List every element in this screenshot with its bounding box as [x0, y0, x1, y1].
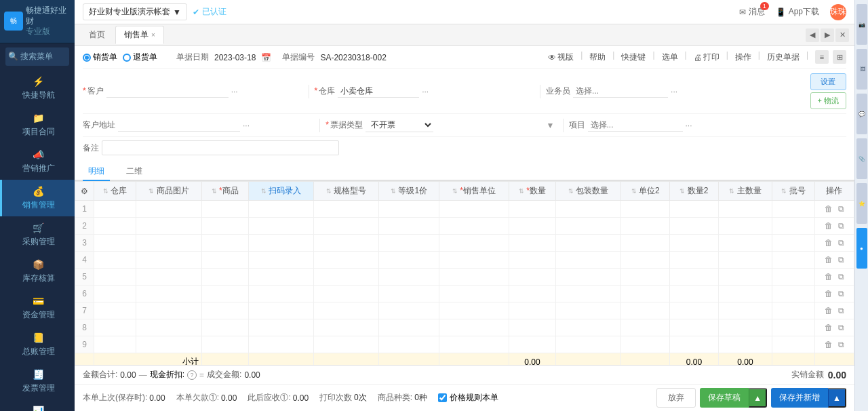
cell-main-qty[interactable] — [718, 286, 772, 302]
row-delete-btn[interactable]: 🗑 — [823, 271, 834, 282]
cell-spec[interactable] — [314, 201, 379, 218]
sidebar-item-inventory[interactable]: 📦 库存核算 — [0, 253, 75, 290]
row-copy-btn[interactable]: ⧉ — [837, 288, 846, 299]
cell-batch-import[interactable] — [248, 302, 313, 319]
row-delete-btn[interactable]: 🗑 — [823, 203, 834, 214]
address-input[interactable] — [118, 119, 240, 132]
price-check-input[interactable] — [438, 393, 447, 402]
cell-qty2[interactable] — [670, 201, 719, 218]
save-new-arrow-button[interactable]: ▲ — [828, 388, 846, 408]
cell-batch-import[interactable] — [248, 218, 313, 235]
cell-unit2[interactable] — [621, 336, 670, 353]
cell-image[interactable] — [136, 218, 201, 235]
salesperson-more-icon[interactable]: ··· — [668, 87, 680, 96]
row-copy-btn[interactable]: ⧉ — [837, 203, 846, 214]
cell-price1[interactable] — [379, 269, 439, 286]
cell-pack-qty[interactable] — [555, 201, 620, 218]
help-btn[interactable]: 帮助 — [587, 50, 608, 64]
cell-warehouse[interactable] — [94, 218, 136, 235]
add-logistics-button[interactable]: + 物流 — [810, 92, 846, 109]
radio-return[interactable]: 退货单 — [123, 52, 157, 63]
view-toggle-grid[interactable]: ⊞ — [833, 50, 846, 64]
cell-unit[interactable] — [439, 302, 509, 319]
cell-product[interactable] — [201, 302, 248, 319]
cell-batch[interactable] — [772, 201, 814, 218]
row-delete-btn[interactable]: 🗑 — [823, 305, 834, 316]
cell-product[interactable] — [201, 269, 248, 286]
app-download-button[interactable]: 📱 App下载 — [776, 6, 819, 18]
sidebar-item-quick[interactable]: ⚡ 快捷导航 — [0, 70, 75, 106]
cell-main-qty[interactable] — [718, 252, 772, 269]
cell-main-qty[interactable] — [718, 201, 772, 218]
cell-warehouse[interactable] — [94, 319, 136, 336]
warehouse-more-icon[interactable]: ··· — [419, 87, 431, 96]
cell-unit[interactable] — [439, 201, 509, 218]
cell-quantity[interactable] — [509, 336, 555, 353]
radio-sale[interactable]: 销货单 — [83, 52, 117, 63]
company-selector[interactable]: 好业财专业版演示帐套 ▼ — [83, 3, 187, 20]
cell-product[interactable] — [201, 336, 248, 353]
cell-spec[interactable] — [314, 235, 379, 252]
cell-image[interactable] — [136, 336, 201, 353]
cell-spec[interactable] — [314, 269, 379, 286]
sidebar-item-invoice[interactable]: 🧾 发票管理 — [0, 363, 75, 399]
sidebar-item-marketing[interactable]: 📣 营销推广 — [0, 143, 75, 180]
tab-close-icon[interactable]: × — [151, 31, 155, 39]
tab-sales[interactable]: 销售单 × — [115, 26, 164, 44]
cell-batch-import[interactable] — [248, 286, 313, 302]
cell-image[interactable] — [136, 286, 201, 302]
cell-batch-import[interactable] — [248, 269, 313, 286]
cell-quantity[interactable] — [509, 269, 555, 286]
search-menu-button[interactable]: 🔍 搜索菜单 — [5, 47, 69, 66]
view-btn[interactable]: 👁 视版 — [545, 50, 576, 64]
tab-prev-button[interactable]: ◀ — [806, 28, 819, 42]
cell-main-qty[interactable] — [718, 269, 772, 286]
cell-product[interactable] — [201, 252, 248, 269]
right-panel-image[interactable]: 🖼 — [856, 49, 867, 90]
cell-spec[interactable] — [314, 336, 379, 353]
cell-pack-qty[interactable] — [555, 302, 620, 319]
cell-quantity[interactable] — [509, 286, 555, 302]
right-panel-attach[interactable]: 📎 — [856, 138, 867, 179]
view-toggle-list[interactable]: ≡ — [815, 50, 829, 64]
cell-pack-qty[interactable] — [555, 269, 620, 286]
tab-close-all-button[interactable]: ✕ — [835, 28, 849, 42]
history-btn[interactable]: 历史单据 — [764, 50, 802, 64]
cell-batch-import[interactable] — [248, 319, 313, 336]
cell-image[interactable] — [136, 319, 201, 336]
customer-more-icon[interactable]: ··· — [229, 87, 241, 96]
row-copy-btn[interactable]: ⧉ — [837, 220, 846, 231]
cell-unit[interactable] — [439, 252, 509, 269]
calendar-icon[interactable]: 📅 — [261, 53, 271, 62]
cell-unit2[interactable] — [621, 286, 670, 302]
cell-warehouse[interactable] — [94, 286, 136, 302]
row-copy-btn[interactable]: ⧉ — [837, 339, 846, 350]
customer-input[interactable] — [106, 85, 229, 98]
row-copy-btn[interactable]: ⧉ — [837, 305, 846, 316]
cell-qty2[interactable] — [670, 286, 719, 302]
cell-product[interactable] — [201, 286, 248, 302]
cell-batch-import[interactable] — [248, 201, 313, 218]
cell-batch-import[interactable] — [248, 336, 313, 353]
cell-warehouse[interactable] — [94, 201, 136, 218]
right-panel-active-btn[interactable]: ● — [856, 228, 867, 269]
cell-main-qty[interactable] — [718, 235, 772, 252]
row-delete-btn[interactable]: 🗑 — [823, 339, 834, 350]
right-panel-chat[interactable]: 💬 — [856, 94, 867, 134]
row-delete-btn[interactable]: 🗑 — [823, 322, 834, 333]
cell-qty2[interactable] — [670, 269, 719, 286]
cell-unit2[interactable] — [621, 319, 670, 336]
select-btn[interactable]: 选单 — [659, 50, 681, 64]
cell-unit[interactable] — [439, 286, 509, 302]
cell-spec[interactable] — [314, 218, 379, 235]
row-delete-btn[interactable]: 🗑 — [823, 288, 834, 299]
cell-batch[interactable] — [772, 269, 814, 286]
cell-spec[interactable] — [314, 286, 379, 302]
cell-pack-qty[interactable] — [555, 218, 620, 235]
cell-product[interactable] — [201, 218, 248, 235]
cell-quantity[interactable] — [509, 201, 555, 218]
cell-spec[interactable] — [314, 252, 379, 269]
cell-qty2[interactable] — [670, 252, 719, 269]
cell-qty2[interactable] — [670, 218, 719, 235]
cell-unit2[interactable] — [621, 302, 670, 319]
